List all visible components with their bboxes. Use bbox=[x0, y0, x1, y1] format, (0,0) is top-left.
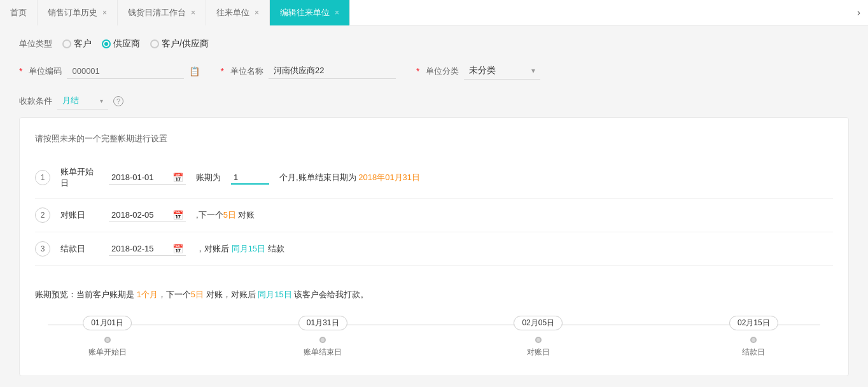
period-label: 账期为 bbox=[196, 172, 221, 183]
date-wrap-1: 📅 bbox=[109, 171, 186, 185]
category-dropdown-icon: ▾ bbox=[531, 66, 535, 75]
preview-text: 账期预览：当前客户账期是 1个月，下一个5日 对账，对账后 同月15日 该客户会… bbox=[35, 289, 833, 300]
jk-desc: ，对账后 同月15日 结款 bbox=[196, 243, 284, 255]
row-label-3: 结款日 bbox=[60, 243, 99, 255]
calendar-icon-1[interactable]: 📅 bbox=[172, 172, 183, 183]
unit-category-label: 单位分类 bbox=[426, 66, 459, 77]
unit-name-label: 单位名称 bbox=[230, 66, 263, 77]
setting-row-3: 3 结款日 📅 ，对账后 同月15日 结款 bbox=[35, 232, 833, 266]
radio-customer[interactable]: 客户 bbox=[62, 38, 92, 50]
tab-home[interactable]: 首页 bbox=[0, 0, 38, 25]
tab-close-sales[interactable]: × bbox=[102, 8, 107, 17]
date-input-3[interactable] bbox=[111, 244, 169, 253]
tl-text-4: 结款日 bbox=[742, 347, 765, 358]
row-num-3: 3 bbox=[35, 241, 50, 257]
preview-pay-day: 同月15日 bbox=[258, 290, 291, 299]
timeline: 01月01日 账单开始日 01月31日 账单结束日 02月05日 对账日 bbox=[35, 316, 833, 360]
unit-type-group: 单位类型 客户 供应商 客户/供应商 bbox=[19, 38, 209, 50]
tabs-bar: 首页 销售订单历史 × 钱货日清工作台 × 往来单位 × 编辑往来单位 × › bbox=[0, 0, 868, 25]
preview-period: 1个月 bbox=[137, 290, 158, 299]
radio-supplier[interactable]: 供应商 bbox=[102, 38, 140, 50]
tab-sales-order-history[interactable]: 销售订单历史 × bbox=[38, 0, 118, 25]
row-num-2: 2 bbox=[35, 208, 50, 223]
period-desc: 个月,账单结束日期为 2018年01月31日 bbox=[279, 172, 420, 183]
calendar-icon-3[interactable]: 📅 bbox=[172, 244, 183, 254]
tab-close-cash[interactable]: × bbox=[191, 8, 195, 17]
tab-partner-unit[interactable]: 往来单位 × bbox=[206, 0, 270, 25]
tl-badge-1: 01月01日 bbox=[83, 316, 132, 330]
row-label-2: 对账日 bbox=[60, 209, 99, 221]
help-icon[interactable]: ? bbox=[113, 96, 123, 106]
tab-edit-partner-unit[interactable]: 编辑往来单位 × bbox=[270, 0, 350, 25]
timeline-line bbox=[48, 325, 820, 325]
card-hint: 请按照未来的一个完整帐期进行设置 bbox=[35, 133, 833, 144]
unit-name-required: * bbox=[220, 66, 223, 76]
tab-more-button[interactable]: › bbox=[850, 7, 868, 18]
dz-desc: ,下一个5日 对账 bbox=[196, 209, 255, 221]
tl-badge-2: 01月31日 bbox=[298, 316, 347, 330]
payment-terms-row: 收款条件 月结 ▾ ? bbox=[19, 92, 849, 109]
unit-type-radio-group: 客户 供应商 客户/供应商 bbox=[62, 38, 209, 50]
unit-type-label: 单位类型 bbox=[19, 38, 52, 50]
tl-dot-1 bbox=[104, 337, 111, 343]
preview-day: 5日 bbox=[191, 290, 204, 299]
date-input-1[interactable] bbox=[111, 172, 169, 182]
unit-category-value: 未分类 bbox=[469, 65, 496, 76]
radio-both[interactable]: 客户/供应商 bbox=[150, 38, 209, 50]
unit-category-required: * bbox=[416, 66, 419, 76]
copy-icon[interactable]: 📋 bbox=[189, 66, 200, 76]
timeline-node-1: 01月01日 账单开始日 bbox=[83, 316, 132, 358]
radio-circle-supplier bbox=[102, 39, 111, 48]
unit-category-select[interactable]: 未分类 ▾ bbox=[464, 62, 540, 80]
tab-cash-work[interactable]: 钱货日清工作台 × bbox=[118, 0, 206, 25]
dz-day-highlight: 5日 bbox=[223, 210, 236, 220]
unit-category-group: * 单位分类 未分类 ▾ bbox=[416, 62, 540, 80]
date-wrap-3: 📅 bbox=[109, 243, 186, 256]
tab-close-edit-partner[interactable]: × bbox=[335, 8, 339, 17]
timeline-node-3: 02月05日 对账日 bbox=[514, 316, 563, 358]
tl-badge-4: 02月15日 bbox=[729, 316, 778, 330]
setting-row-2: 2 对账日 📅 ,下一个5日 对账 bbox=[35, 199, 833, 232]
tl-text-1: 账单开始日 bbox=[88, 347, 127, 358]
timeline-node-4: 02月15日 结款日 bbox=[729, 316, 778, 358]
unit-code-group: * 单位编码 📋 bbox=[19, 64, 200, 79]
payment-terms-arrow: ▾ bbox=[100, 97, 103, 104]
tl-text-2: 账单结束日 bbox=[304, 347, 342, 358]
payment-terms-value: 月结 bbox=[62, 95, 79, 106]
date-input-2[interactable] bbox=[111, 210, 169, 220]
unit-name-input[interactable] bbox=[269, 64, 396, 79]
period-input[interactable] bbox=[231, 171, 269, 185]
tl-dot-3 bbox=[535, 337, 542, 343]
unit-code-required: * bbox=[19, 66, 22, 76]
timeline-node-2: 01月31日 账单结束日 bbox=[298, 316, 347, 358]
settings-card: 请按照未来的一个完整帐期进行设置 1 账单开始日 📅 账期为 个月,账单结束日期… bbox=[19, 117, 849, 376]
payment-terms-label: 收款条件 bbox=[19, 95, 52, 107]
end-date-highlight: 2018年01月31日 bbox=[358, 172, 420, 182]
unit-code-label: 单位编码 bbox=[29, 66, 62, 77]
unit-type-row: 单位类型 客户 供应商 客户/供应商 bbox=[19, 38, 849, 50]
date-wrap-2: 📅 bbox=[109, 209, 186, 222]
tl-badge-3: 02月05日 bbox=[514, 316, 563, 330]
unit-code-input[interactable] bbox=[67, 64, 184, 79]
radio-circle-both bbox=[150, 39, 159, 48]
unit-info-row: * 单位编码 📋 * 单位名称 * 单位分类 未分类 ▾ bbox=[19, 62, 849, 80]
tl-text-3: 对账日 bbox=[527, 347, 550, 358]
tl-dot-2 bbox=[319, 337, 326, 343]
tab-close-partner[interactable]: × bbox=[255, 8, 259, 17]
setting-row-1: 1 账单开始日 📅 账期为 个月,账单结束日期为 2018年01月31日 bbox=[35, 157, 833, 199]
row-num-1: 1 bbox=[35, 170, 50, 185]
preview-section: 账期预览：当前客户账期是 1个月，下一个5日 对账，对账后 同月15日 该客户会… bbox=[35, 279, 833, 360]
jk-day-highlight: 同月15日 bbox=[232, 244, 265, 253]
radio-circle-customer bbox=[62, 39, 71, 48]
row-label-1: 账单开始日 bbox=[60, 166, 99, 189]
payment-terms-select[interactable]: 月结 ▾ bbox=[57, 92, 108, 109]
main-content: 单位类型 客户 供应商 客户/供应商 * 单位编码 bbox=[0, 25, 868, 387]
unit-name-group: * 单位名称 bbox=[220, 64, 395, 79]
tl-dot-4 bbox=[750, 337, 757, 343]
calendar-icon-2[interactable]: 📅 bbox=[172, 210, 183, 220]
